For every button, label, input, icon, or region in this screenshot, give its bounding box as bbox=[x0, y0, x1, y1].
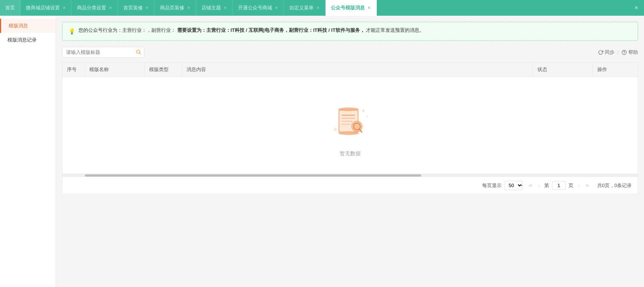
per-page-select[interactable]: 50 bbox=[505, 181, 523, 190]
col-type: 模版类型 bbox=[145, 62, 182, 77]
svg-point-17 bbox=[366, 116, 368, 117]
last-page-button[interactable]: ⊳ bbox=[584, 182, 591, 189]
close-tab-mall[interactable]: × bbox=[274, 5, 278, 10]
tab-template[interactable]: 公众号模版消息 × bbox=[326, 0, 377, 16]
page-number-input[interactable] bbox=[552, 181, 566, 190]
sidebar-item-template-msg[interactable]: 模版消息 bbox=[0, 19, 56, 33]
pagination: 每页显示 50 ⊲ ‹ 第 页 › ⊳ 共0页，0条记录 bbox=[62, 177, 638, 194]
tab-home[interactable]: 首页 bbox=[0, 0, 21, 16]
help-icon bbox=[622, 50, 627, 55]
sync-icon bbox=[598, 50, 603, 55]
tab-category[interactable]: 商品分类设置 × bbox=[72, 0, 118, 16]
tab-bar: 首页 微商城店铺设置 × 商品分类设置 × 首页装修 × 商品页装修 × 店铺主… bbox=[0, 0, 644, 16]
col-actions: 操作 bbox=[593, 62, 638, 77]
per-page-label: 每页显示 bbox=[482, 182, 502, 189]
close-tab-homepage[interactable]: × bbox=[145, 5, 149, 10]
empty-state: 暂无数据 bbox=[62, 77, 638, 172]
prev-page-button[interactable]: ‹ bbox=[537, 182, 541, 189]
scrollbar-thumb[interactable] bbox=[85, 174, 421, 177]
col-status: 状态 bbox=[533, 62, 593, 77]
close-tab-custommenu[interactable]: × bbox=[316, 5, 320, 10]
page-label: 第 bbox=[544, 182, 549, 189]
col-name: 模版名称 bbox=[85, 62, 145, 77]
table-header: 序号 模版名称 模版类型 消息内容 状态 操作 bbox=[62, 62, 638, 77]
close-all-tabs[interactable]: × bbox=[629, 4, 644, 11]
col-index: 序号 bbox=[62, 62, 85, 77]
search-icon bbox=[136, 49, 141, 55]
search-bar: 同步 | 帮助 bbox=[62, 47, 638, 58]
search-input[interactable] bbox=[62, 47, 144, 58]
search-left bbox=[62, 47, 144, 58]
close-tab-productpage[interactable]: × bbox=[187, 5, 191, 10]
empty-illustration bbox=[328, 100, 373, 144]
main-layout: 模版消息 模版消息记录 💡 您的公众号行业为：主营行业：，副营行业： 需要设置为… bbox=[0, 16, 644, 287]
notice-banner: 💡 您的公众号行业为：主营行业：，副营行业： 需要设置为：主营行业：IT科技 /… bbox=[62, 22, 638, 41]
svg-point-18 bbox=[334, 128, 337, 131]
sync-button[interactable]: 同步 bbox=[598, 49, 614, 56]
table-scrollbar[interactable] bbox=[62, 174, 638, 177]
data-table: 序号 模版名称 模版类型 消息内容 状态 操作 bbox=[62, 62, 638, 194]
next-page-button[interactable]: › bbox=[576, 182, 581, 189]
tab-custommenu[interactable]: 自定义菜单 × bbox=[284, 0, 326, 16]
search-input-wrap bbox=[62, 47, 144, 58]
first-page-button[interactable]: ⊲ bbox=[527, 182, 534, 189]
tab-homepage[interactable]: 首页装修 × bbox=[118, 0, 155, 16]
tab-weishop[interactable]: 微商城店铺设置 × bbox=[21, 0, 72, 16]
svg-point-11 bbox=[338, 107, 359, 111]
page-unit-label: 页 bbox=[568, 182, 573, 189]
close-tab-template[interactable]: × bbox=[367, 5, 371, 10]
notice-text: 您的公众号行业为：主营行业：，副营行业： 需要设置为：主营行业：IT科技 / 互… bbox=[78, 27, 424, 34]
help-button[interactable]: 帮助 bbox=[622, 49, 638, 56]
notice-icon: 💡 bbox=[68, 27, 76, 36]
search-button[interactable] bbox=[136, 49, 141, 56]
svg-line-1 bbox=[139, 53, 141, 54]
total-info: 共0页，0条记录 bbox=[597, 182, 632, 189]
close-tab-category[interactable]: × bbox=[108, 5, 113, 10]
svg-point-12 bbox=[338, 131, 359, 135]
content-area: 💡 您的公众号行业为：主营行业：，副营行业： 需要设置为：主营行业：IT科技 /… bbox=[56, 16, 644, 287]
close-tab-theme[interactable]: × bbox=[223, 5, 227, 10]
empty-text: 暂无数据 bbox=[340, 150, 361, 157]
toolbar-right: 同步 | 帮助 bbox=[598, 49, 638, 56]
tab-mall[interactable]: 开通公众号商城 × bbox=[233, 0, 284, 16]
tab-theme[interactable]: 店铺主题 × bbox=[196, 0, 233, 16]
tab-productpage[interactable]: 商品页装修 × bbox=[155, 0, 196, 16]
sidebar: 模版消息 模版消息记录 bbox=[0, 16, 56, 287]
col-content: 消息内容 bbox=[182, 62, 533, 77]
svg-point-16 bbox=[362, 110, 364, 112]
close-tab-weishop[interactable]: × bbox=[62, 5, 66, 10]
sidebar-item-template-log[interactable]: 模版消息记录 bbox=[0, 33, 56, 47]
toolbar-divider: | bbox=[617, 49, 619, 55]
